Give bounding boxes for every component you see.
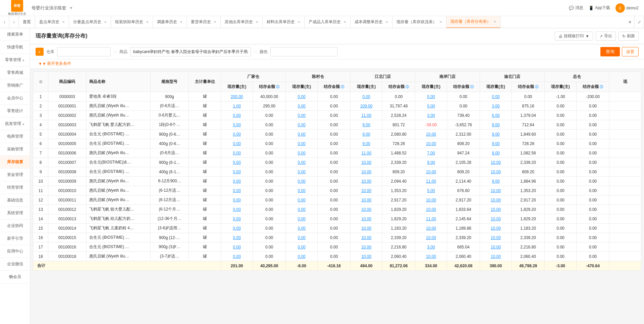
- cell-chenshi-stock[interactable]: 0.00: [286, 186, 317, 195]
- setting-btn[interactable]: 设置: [622, 47, 639, 56]
- cell-yubeimen-stock[interactable]: 8.00: [480, 120, 512, 130]
- cell-jiangbei-stock[interactable]: 9.00: [351, 130, 382, 139]
- tab-fullscreen-btn[interactable]: ⤢: [635, 16, 644, 28]
- filter-expand-btn[interactable]: ›: [36, 48, 44, 56]
- sidebar-item-13[interactable]: 基础信息: [0, 194, 30, 207]
- cell-yubeimen-stock[interactable]: 10.00: [480, 252, 512, 261]
- cell-jiangbei-stock[interactable]: 10.00: [351, 167, 382, 177]
- tab-item-4[interactable]: 调拨单历史✕: [153, 16, 187, 28]
- tab-close-4[interactable]: ✕: [180, 20, 182, 24]
- cell-factory-stock[interactable]: 0.00: [221, 242, 253, 252]
- cell-factory-stock[interactable]: 0.00: [221, 252, 253, 261]
- tab-item-3[interactable]: 组装拆卸单历史✕: [111, 16, 153, 28]
- refresh-btn[interactable]: ↻ 刷新: [619, 32, 639, 41]
- product-dots[interactable]: ···: [254, 49, 257, 54]
- cell-factory-stock[interactable]: 0.00: [221, 233, 253, 242]
- cell-jiangbei-stock[interactable]: 10.00: [351, 195, 382, 205]
- cell-nanan-stock[interactable]: 7.00: [415, 148, 447, 158]
- tab-close-5[interactable]: ✕: [214, 20, 216, 24]
- cell-factory-stock[interactable]: 0.00: [221, 214, 253, 224]
- cell-jiangbei-stock[interactable]: 10.00: [351, 242, 382, 252]
- tab-item-10[interactable]: 现存量（库存状况表）✕: [392, 16, 446, 28]
- cell-chenshi-stock[interactable]: 0.00: [286, 101, 317, 111]
- sidebar-item-12[interactable]: 经营管理: [0, 181, 30, 194]
- product-input[interactable]: [130, 47, 251, 56]
- cell-nanan-stock[interactable]: -39.00: [415, 120, 447, 130]
- cell-chenshi-stock[interactable]: 0.00: [286, 139, 317, 148]
- print-btn[interactable]: 🖨 按模板打印 ▼: [555, 32, 593, 41]
- cell-nanan-stock[interactable]: 10.00: [415, 252, 447, 261]
- sidebar-item-15[interactable]: 企业协同: [0, 220, 30, 232]
- cell-jiangbei-stock[interactable]: 10.00: [351, 214, 382, 224]
- cell-yubeimen-stock[interactable]: 3.00: [480, 101, 512, 111]
- tab-item-11[interactable]: 现存量（库存分布表）✕: [446, 16, 500, 28]
- cell-yubeimen-stock[interactable]: 10.00: [480, 195, 512, 205]
- expand-conditions-btn[interactable]: ▼▼ 展开更多条件: [38, 61, 639, 66]
- cell-nanan-stock[interactable]: 10.00: [415, 167, 447, 177]
- sidebar-item-18[interactable]: 企业微信: [0, 258, 30, 271]
- cell-yubeimen-stock[interactable]: 10.00: [480, 233, 512, 242]
- cell-chenshi-stock[interactable]: 0.00: [286, 111, 317, 120]
- sidebar-item-6[interactable]: 零售统计: [0, 105, 30, 118]
- cell-chenshi-stock[interactable]: 0.00: [286, 92, 317, 101]
- cell-yubeimen-stock[interactable]: 10.00: [480, 158, 512, 167]
- cell-nanan-stock[interactable]: 3.00: [415, 111, 447, 120]
- cell-factory-stock[interactable]: 0.00: [221, 139, 253, 148]
- sidebar-item-19[interactable]: 畅会员: [0, 271, 30, 283]
- cell-factory-stock[interactable]: 0.00: [221, 205, 253, 214]
- cell-jiangbei-stock[interactable]: 10.00: [351, 252, 382, 261]
- cell-nanan-stock[interactable]: 0.00: [415, 101, 447, 111]
- sidebar-item-14[interactable]: 系统管理: [0, 207, 30, 220]
- cell-yubeimen-stock[interactable]: 10.00: [480, 205, 512, 214]
- tab-close-3[interactable]: ✕: [146, 20, 149, 24]
- tab-prev-btn[interactable]: ‹: [0, 16, 9, 28]
- th-settings[interactable]: ⚙: [33, 72, 48, 92]
- cell-nanan-stock[interactable]: 0.00: [415, 92, 447, 101]
- app-download-btn[interactable]: 📱 App下载: [589, 5, 610, 11]
- tab-item-9[interactable]: 成本调整单历史✕: [351, 16, 392, 28]
- cell-chenshi-stock[interactable]: 0.00: [286, 120, 317, 130]
- tab-item-5[interactable]: 要货单历史✕: [187, 16, 221, 28]
- tab-item-2[interactable]: 分量盘点单历史✕: [69, 16, 111, 28]
- cell-nanan-stock[interactable]: 10.00: [415, 195, 447, 205]
- cell-jiangbei-stock[interactable]: 9.00: [351, 139, 382, 148]
- cell-chenshi-stock[interactable]: 0.00: [286, 252, 317, 261]
- cell-factory-stock[interactable]: 0.00: [221, 167, 253, 177]
- sidebar-item-1[interactable]: 快捷导航: [0, 41, 30, 54]
- tab-item-1[interactable]: 盘点单历史✕: [35, 16, 69, 28]
- tab-close-10[interactable]: ✕: [439, 20, 442, 24]
- sidebar-item-11[interactable]: 资金管理: [0, 169, 30, 181]
- cell-yubeimen-stock[interactable]: 8.00: [480, 130, 512, 139]
- tab-close-1[interactable]: ✕: [62, 20, 65, 24]
- cell-yubeimen-stock[interactable]: 8.00: [480, 148, 512, 158]
- sidebar-item-2[interactable]: 零售管理 ▲: [0, 54, 30, 66]
- tab-close-2[interactable]: ✕: [104, 20, 107, 24]
- cell-chenshi-stock[interactable]: 0.00: [286, 224, 317, 233]
- sidebar-item-4[interactable]: 营销推广: [0, 79, 30, 92]
- cell-chenshi-stock[interactable]: 0.00: [286, 130, 317, 139]
- cell-factory-stock[interactable]: 0.00: [221, 186, 253, 195]
- cell-chenshi-stock[interactable]: 0.00: [286, 158, 317, 167]
- cell-jiangbei-stock[interactable]: 10.00: [351, 224, 382, 233]
- cell-nanan-stock[interactable]: 11.00: [415, 214, 447, 224]
- cell-jiangbei-stock[interactable]: 10.00: [351, 186, 382, 195]
- cell-factory-stock[interactable]: 0.00: [221, 177, 253, 186]
- cell-yubeimen-stock[interactable]: 6.00: [480, 111, 512, 120]
- cell-jiangbei-stock[interactable]: 0.00: [351, 92, 382, 101]
- cell-factory-stock[interactable]: 0.00: [221, 130, 253, 139]
- cell-jiangbei-stock[interactable]: 11.00: [351, 148, 382, 158]
- cell-nanan-stock[interactable]: 9.00: [415, 158, 447, 167]
- cell-jiangbei-stock[interactable]: 10.00: [351, 205, 382, 214]
- tab-item-0[interactable]: 首页: [19, 16, 35, 28]
- cell-nanan-stock[interactable]: 5.00: [415, 186, 447, 195]
- cell-factory-stock[interactable]: 0.00: [221, 224, 253, 233]
- message-btn[interactable]: 💬 消息: [569, 5, 583, 11]
- tab-next-btn[interactable]: ›: [9, 16, 19, 28]
- cell-yubeimen-stock[interactable]: 10.00: [480, 214, 512, 224]
- tab-close-11[interactable]: ✕: [493, 20, 496, 24]
- cell-nanan-stock[interactable]: 10.00: [415, 205, 447, 214]
- sidebar-item-8[interactable]: 电商管理: [0, 130, 30, 143]
- color-input[interactable]: [270, 47, 337, 56]
- warehouse-dots[interactable]: ···: [113, 49, 117, 54]
- cell-jiangbei-stock[interactable]: 109.00: [351, 101, 382, 111]
